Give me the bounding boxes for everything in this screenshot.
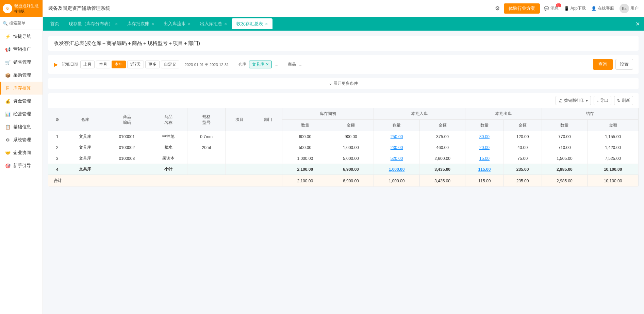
user-menu[interactable]: Ea 用户 <box>620 4 639 13</box>
out-qty-link[interactable]: 80.00 <box>479 134 490 139</box>
date-btn-more[interactable]: 更多 <box>145 61 160 68</box>
app-download-btn[interactable]: 📱 App下载 <box>564 5 586 11</box>
topbar-right: 💬 消息 6 📱 App下载 👤 在线客服 Ea 用户 <box>544 4 639 13</box>
sidebar-item-finance[interactable]: 💰 资金管理 <box>0 95 43 108</box>
th-closing-amt: 金额 <box>588 120 639 131</box>
sidebar-item-sales[interactable]: 🛒 销售管理 <box>0 56 43 69</box>
sidebar-item-marketing[interactable]: 📢 营销推广 <box>0 43 43 56</box>
tab-in-out-summary-close[interactable]: ✕ <box>224 22 227 26</box>
logo-icon: 6 <box>3 4 12 13</box>
refresh-label: 刷新 <box>622 98 630 103</box>
goods-filter-label: 商品 <box>288 62 296 67</box>
expand-more-btn[interactable]: ∨ 展开更多条件 <box>329 81 358 86</box>
date-btn-custom[interactable]: 自定义 <box>161 61 179 68</box>
print-label: 拨销版打印 <box>564 98 584 103</box>
message-icon: 💬 <box>544 6 549 11</box>
th-warehouse: 仓库 <box>66 108 104 131</box>
date-btn-last-month[interactable]: 上月 <box>80 61 95 68</box>
online-service-btn[interactable]: 👤 在线客服 <box>591 5 614 11</box>
warehouse-tag[interactable]: 文具库 ✕ <box>249 61 272 68</box>
filter-settings-btn[interactable]: 设置 <box>615 59 633 70</box>
sidebar-item-system[interactable]: ⚙ 系统管理 <box>0 133 43 146</box>
sidebar-search[interactable]: 🔍 搜索菜单 <box>0 17 43 30</box>
table-cell-spec: 0.7mm <box>187 131 226 142</box>
table-cell-out-qty: 20.00 <box>465 142 503 153</box>
table-cell-opening-qty: 1,000.00 <box>282 153 328 164</box>
table-cell-opening-qty: 500.00 <box>282 142 328 153</box>
sidebar-item-operations[interactable]: 📊 经营管理 <box>0 108 43 120</box>
th-out-amt: 金额 <box>503 120 542 131</box>
sidebar-item-quick-nav[interactable]: ⚡ 快捷导航 <box>0 30 43 43</box>
tab-batch-ledger-close[interactable]: ✕ <box>151 22 154 26</box>
export-btn[interactable]: ↓ 导出 <box>594 96 611 105</box>
page: 收发存汇总表(按仓库＋商品编码＋商品＋规格型号＋项目＋部门) ▶ 记账日期 上月… <box>43 31 644 192</box>
footer-opening-amt: 6,900.00 <box>328 175 374 187</box>
table-cell-closing-amt: 7,525.00 <box>588 153 639 164</box>
tab-in-out-summary[interactable]: 出入库汇总 ✕ <box>195 18 232 29</box>
out-qty-link[interactable]: 20.00 <box>479 145 490 150</box>
table-cell-code: 0100001 <box>104 131 150 142</box>
sidebar-item-label: 经营管理 <box>13 111 31 117</box>
refresh-btn[interactable]: ↻ 刷新 <box>614 96 633 105</box>
finance-icon: 💰 <box>5 98 11 104</box>
in-qty-link[interactable]: 230.00 <box>391 145 403 150</box>
page-title: 收发存汇总表(按仓库＋商品编码＋商品＋规格型号＋项目＋部门) <box>54 40 200 46</box>
date-btn-this-year[interactable]: 本年 <box>112 61 126 68</box>
page-title-bar: 收发存汇总表(按仓库＋商品编码＋商品＋规格型号＋项目＋部门) <box>48 36 639 51</box>
search-label: 搜索菜单 <box>9 20 26 26</box>
tab-inventory-dist-close[interactable]: ✕ <box>115 22 118 26</box>
sidebar-item-guide[interactable]: 🎯 新手引导 <box>0 159 43 172</box>
table-cell-closing-qty: 1,505.00 <box>542 153 588 164</box>
filter-expand-arrow[interactable]: ▶ <box>54 61 58 68</box>
date-btn-7days[interactable]: 近7天 <box>127 61 144 68</box>
date-btn-this-month[interactable]: 本月 <box>96 61 110 68</box>
goods-filter-section: 商品 ... <box>288 62 302 67</box>
export-label: 导出 <box>600 98 608 103</box>
query-btn[interactable]: 查询 <box>593 59 613 70</box>
out-qty-link[interactable]: 15.00 <box>479 156 490 161</box>
in-qty-link[interactable]: 1,000.00 <box>389 167 405 172</box>
app-download-label: App下载 <box>571 5 586 11</box>
message-badge: 6 <box>556 3 561 7</box>
tab-inventory-dist[interactable]: 现存量（库存分布表） ✕ <box>64 18 122 29</box>
guide-icon: 🎯 <box>5 163 11 168</box>
refresh-icon: ↻ <box>617 98 621 103</box>
close-all-tabs[interactable]: ✕ <box>634 19 641 29</box>
in-qty-link[interactable]: 250.00 <box>391 134 403 139</box>
th-settings[interactable]: ⚙ <box>48 108 66 131</box>
trial-btn[interactable]: 体验行业方案 <box>504 3 540 14</box>
tab-in-out-flow[interactable]: 出入库流水 ✕ <box>159 18 195 29</box>
tab-in-out-flow-close[interactable]: ✕ <box>188 22 191 26</box>
th-opening-amt: 金额 <box>328 120 374 131</box>
tab-receive-send[interactable]: 收发存汇总表 ✕ <box>232 18 273 29</box>
tab-in-out-flow-label: 出入库流水 <box>164 21 186 27</box>
warehouse-filter-ellipsis[interactable]: ... <box>275 62 278 67</box>
footer-out-amt: 235.00 <box>503 175 542 187</box>
table-cell-dept <box>254 153 282 164</box>
tab-batch-ledger[interactable]: 库存批次账 ✕ <box>122 18 159 29</box>
table-cell-in-qty: 1,000.00 <box>374 164 420 175</box>
table-cell-project <box>226 153 254 164</box>
th-name: 商品名称 <box>150 108 187 131</box>
warehouse-tag-close[interactable]: ✕ <box>266 62 269 67</box>
tab-home[interactable]: 首页 <box>46 18 64 29</box>
tab-receive-send-close[interactable]: ✕ <box>265 22 268 26</box>
table-cell-in-qty: 230.00 <box>374 142 420 153</box>
sales-icon: 🛒 <box>5 60 11 65</box>
collab-icon: 🤝 <box>5 150 11 155</box>
message-btn[interactable]: 💬 消息 6 <box>544 5 559 11</box>
table-cell-code <box>104 164 150 175</box>
sidebar-item-basic[interactable]: 📋 基础信息 <box>0 120 43 133</box>
sidebar-item-purchase[interactable]: 📦 采购管理 <box>0 69 43 82</box>
goods-filter-ellipsis[interactable]: ... <box>299 62 302 67</box>
table-cell-spec <box>187 153 226 164</box>
print-btn[interactable]: 🖨 拨销版打印 ▾ <box>556 96 591 105</box>
table-cell-out-qty: 80.00 <box>465 131 503 142</box>
out-qty-link[interactable]: 115.00 <box>478 167 491 172</box>
sidebar-item-collab[interactable]: 🤝 企业协同 <box>0 146 43 159</box>
settings-icon[interactable]: ⚙ <box>495 5 500 12</box>
sidebar-item-inventory[interactable]: 🗄 库存核算 <box>0 82 43 95</box>
table-cell-closing-qty: 2,985.00 <box>542 164 588 175</box>
in-qty-link[interactable]: 520.00 <box>391 156 403 161</box>
sidebar-item-label: 企业协同 <box>13 150 31 156</box>
